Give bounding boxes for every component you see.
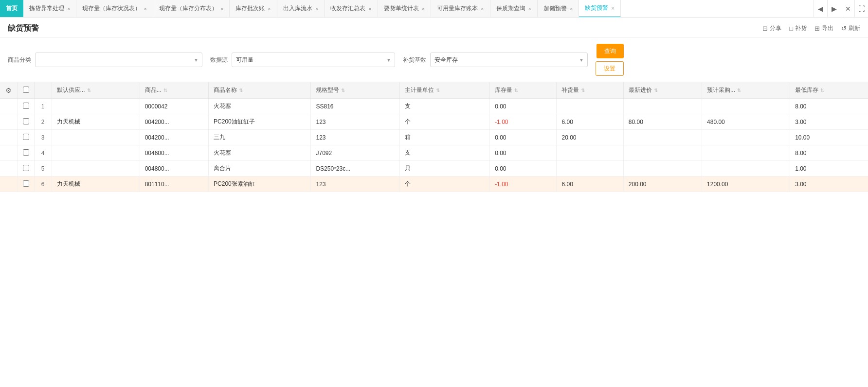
row-replenish-qty: [557, 145, 623, 161]
tab-batch-account-close[interactable]: ×: [268, 6, 271, 12]
tab-inout-flow-close[interactable]: ×: [315, 6, 318, 12]
tab-home[interactable]: 首页: [0, 0, 23, 18]
gear-settings-icon[interactable]: ⚙: [5, 87, 12, 94]
row-latest-price: [623, 99, 702, 114]
col-unit-sort-icon[interactable]: ⇅: [436, 88, 440, 93]
tab-receive-summary-close[interactable]: ×: [368, 6, 371, 12]
tab-available-ledger-close[interactable]: ×: [481, 6, 484, 12]
row-product-name: PC200油缸缸子: [209, 114, 311, 130]
row-product-name: 离合片: [209, 161, 311, 176]
tab-prev-btn[interactable]: ◀: [814, 0, 827, 18]
row-number: 3: [34, 130, 52, 145]
row-checkbox[interactable]: [23, 118, 29, 124]
row-checkbox[interactable]: [23, 134, 29, 140]
replenish-base-label: 补货基数: [403, 56, 426, 64]
page-header: 缺货预警 ⊡ 分享 □ 补货 ⊞ 导出 ↺ 刷新: [0, 18, 868, 38]
col-stock-qty-label: 库存量: [495, 86, 512, 94]
tab-inventory-status-close[interactable]: ×: [144, 6, 146, 12]
col-replenish-qty-label: 补货量: [561, 86, 579, 94]
data-source-filter: 数据源 可用量 库存量 ▼: [210, 53, 395, 67]
row-checkbox-cell: [18, 99, 34, 114]
data-source-label: 数据源: [210, 56, 228, 64]
col-default-supplier-sort-icon[interactable]: ⇅: [87, 88, 91, 93]
row-checkbox-cell: [18, 176, 34, 192]
tab-inventory-dist[interactable]: 现存量（库存分布表） ×: [153, 0, 230, 18]
row-checkbox[interactable]: [23, 180, 29, 187]
row-gear-cell: [0, 145, 18, 161]
tab-fullscreen-btn[interactable]: ⛶: [854, 0, 868, 18]
row-spec: SS816: [311, 99, 400, 114]
col-default-supplier-label: 默认供应...: [57, 86, 85, 94]
row-estimated-purchase: [702, 99, 790, 114]
row-estimated-purchase: 480.00: [702, 114, 790, 130]
row-checkbox[interactable]: [23, 149, 29, 156]
row-product-name: 火花塞: [209, 99, 311, 114]
select-all-checkbox[interactable]: [23, 87, 29, 93]
row-gear-cell: [0, 99, 18, 114]
row-default-supplier: [52, 161, 140, 176]
export-btn[interactable]: ⊞ 导出: [814, 24, 833, 33]
row-number: 5: [34, 161, 52, 176]
tab-exception[interactable]: 拣货异常处理 ×: [23, 0, 76, 18]
replenish-btn[interactable]: □ 补货: [789, 24, 807, 33]
row-product-name: 火花塞: [209, 145, 311, 161]
share-icon: ⊡: [762, 25, 768, 32]
tab-inout-flow[interactable]: 出入库流水 ×: [277, 0, 325, 18]
col-estimated-purchase-sort-icon[interactable]: ⇅: [737, 88, 741, 93]
col-stock-qty-sort-icon[interactable]: ⇅: [514, 88, 518, 93]
row-stock-qty: 0.00: [490, 99, 557, 114]
data-source-select[interactable]: 可用量 库存量: [232, 53, 395, 67]
col-latest-price-sort-icon[interactable]: ⇅: [654, 88, 658, 93]
row-estimated-purchase: 1200.00: [702, 176, 790, 192]
row-spec: 123: [311, 114, 400, 130]
page-title: 缺货预警: [8, 23, 39, 34]
tab-expiry-query[interactable]: 保质期查询 ×: [490, 0, 538, 18]
tab-overstock-label: 超储预警: [543, 4, 567, 13]
tab-close-all-btn[interactable]: ✕: [841, 0, 854, 18]
product-category-select[interactable]: [35, 53, 202, 67]
tab-available-ledger[interactable]: 可用量库存账本 ×: [431, 0, 490, 18]
tab-shortage[interactable]: 缺货预警 ×: [579, 0, 620, 18]
shortage-table: ⚙ 默认供应... ⇅ 商品...: [0, 82, 868, 192]
col-spec-sort-icon[interactable]: ⇅: [341, 88, 345, 93]
row-latest-price: [623, 145, 702, 161]
row-stock-qty: 0.00: [490, 130, 557, 145]
row-latest-price: 80.00: [623, 114, 702, 130]
tab-next-btn[interactable]: ▶: [827, 0, 841, 18]
share-btn[interactable]: ⊡ 分享: [762, 24, 781, 33]
row-min-stock: 10.00: [790, 130, 868, 145]
tab-demand-stats-close[interactable]: ×: [422, 6, 425, 12]
row-unit: 支: [400, 99, 490, 114]
row-number: 6: [34, 176, 52, 192]
row-min-stock: 8.00: [790, 145, 868, 161]
col-replenish-qty: 补货量 ⇅: [557, 82, 623, 99]
row-min-stock: 3.00: [790, 176, 868, 192]
row-default-supplier: [52, 99, 140, 114]
tab-inventory-dist-close[interactable]: ×: [220, 6, 223, 12]
refresh-btn[interactable]: ↺ 刷新: [841, 24, 860, 33]
tab-demand-stats[interactable]: 要货单统计表 ×: [378, 0, 431, 18]
tab-overstock-close[interactable]: ×: [570, 6, 573, 12]
share-label: 分享: [770, 24, 781, 33]
tab-batch-account[interactable]: 库存批次账 ×: [230, 0, 277, 18]
tab-demand-stats-label: 要货单统计表: [384, 4, 419, 13]
col-product-name-sort-icon[interactable]: ⇅: [239, 88, 243, 93]
replenish-base-select-wrapper: 安全库存 最低库存 ▼: [430, 53, 588, 67]
settings-button[interactable]: 设置: [596, 61, 624, 76]
tab-overstock[interactable]: 超储预警 ×: [538, 0, 579, 18]
tab-inventory-status[interactable]: 现存量（库存状况表） ×: [76, 0, 153, 18]
tab-shortage-close[interactable]: ×: [611, 5, 614, 11]
col-product-code-sort-icon[interactable]: ⇅: [163, 88, 167, 93]
tab-receive-summary[interactable]: 收发存汇总表 ×: [325, 0, 378, 18]
col-unit-label: 主计量单位: [405, 86, 434, 94]
query-button[interactable]: 查询: [597, 44, 624, 58]
replenish-base-select[interactable]: 安全库存 最低库存: [430, 53, 588, 67]
row-default-supplier: [52, 130, 140, 145]
row-checkbox[interactable]: [23, 103, 29, 109]
row-checkbox[interactable]: [23, 165, 29, 171]
tab-expiry-query-close[interactable]: ×: [528, 6, 531, 12]
col-min-stock-sort-icon[interactable]: ⇅: [820, 88, 824, 93]
col-replenish-qty-sort-icon[interactable]: ⇅: [581, 88, 585, 93]
tab-exception-close[interactable]: ×: [67, 6, 70, 12]
row-min-stock: 1.00: [790, 161, 868, 176]
